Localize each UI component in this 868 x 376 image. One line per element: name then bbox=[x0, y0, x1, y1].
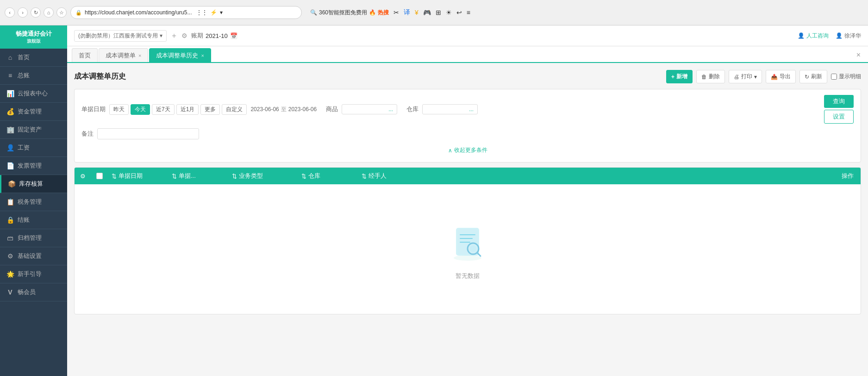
tab-home[interactable]: 首页 bbox=[72, 48, 98, 62]
company-selector[interactable]: (勿删勿禁用）江西服务测试专用 ▾ bbox=[74, 30, 167, 42]
1month-btn[interactable]: 近1月 bbox=[176, 104, 199, 115]
th-doc-no-label: 单据... bbox=[179, 172, 196, 180]
sort-biztype-icon: ⇅ bbox=[232, 173, 237, 180]
today-btn[interactable]: 今天 bbox=[131, 104, 150, 115]
th-actions: 操作 bbox=[842, 172, 861, 180]
product-filter: 商品 ... bbox=[326, 104, 397, 114]
filter-row-1: 单据日期 昨天 今天 近7天 近1月 更多 自定义 2023-06-06 至 bbox=[81, 95, 854, 124]
table-settings-icon[interactable]: ⚙ bbox=[75, 173, 91, 180]
show-detail-checkbox[interactable] bbox=[831, 74, 837, 80]
svg-point-7 bbox=[470, 245, 476, 252]
tab-cost-adjust-history[interactable]: 成本调整单历史 × bbox=[149, 48, 211, 62]
filter-settings-button[interactable]: 设置 bbox=[824, 110, 854, 124]
th-actions-label: 操作 bbox=[842, 172, 854, 179]
forward-button[interactable]: › bbox=[18, 7, 28, 18]
sort-handler-icon: ⇅ bbox=[362, 173, 367, 180]
th-biz-type[interactable]: ⇅ 业务类型 bbox=[228, 172, 298, 180]
tab-cost-adjust[interactable]: 成本调整单 × bbox=[99, 48, 148, 62]
settings-wheel-icon[interactable]: ⚙ bbox=[181, 32, 187, 39]
game-icon: 🎮 bbox=[423, 9, 431, 16]
address-bar[interactable]: 🔒 https://cloud.chanjet.com/accounting/u… bbox=[70, 6, 302, 19]
browser-chrome: ‹ › ↻ ⌂ ☆ 🔒 https://cloud.chanjet.com/ac… bbox=[0, 0, 868, 25]
close-all-button[interactable]: × bbox=[854, 50, 863, 60]
show-detail-checkbox-label[interactable]: 显示明细 bbox=[831, 73, 861, 81]
translate-icon: 译 bbox=[404, 8, 410, 17]
print-icon: 🖨 bbox=[734, 74, 739, 80]
filter-action-buttons: 查询 设置 bbox=[824, 95, 854, 124]
app-wrapper: 畅捷通好会计 旗舰版 ⌂ 首页 ≡ 总账 📊 云报表中心 💰 资金管理 🏢 固定… bbox=[0, 25, 868, 376]
table-select-all-checkbox[interactable] bbox=[91, 173, 108, 179]
search-text: 360智能抠图免费用 bbox=[319, 9, 367, 17]
tabs-bar: 首页 成本调整单 × 成本调整单历史 × × bbox=[67, 46, 868, 63]
product-more-dots: ... bbox=[388, 106, 393, 113]
brightness-icon: ☀ bbox=[446, 9, 452, 16]
add-tab-button[interactable]: ＋ bbox=[170, 31, 178, 41]
sidebar-item-fund[interactable]: 💰 资金管理 bbox=[0, 103, 67, 121]
more-btn[interactable]: 更多 bbox=[200, 104, 220, 115]
sidebar-item-tax[interactable]: 📋 税务管理 bbox=[0, 193, 67, 211]
yesterday-btn[interactable]: 昨天 bbox=[109, 104, 129, 115]
table-header: ⚙ ⇅ 单据日期 ⇅ 单据... ⇅ 业务类型 bbox=[75, 168, 861, 184]
sidebar-label-ledger: 总账 bbox=[18, 71, 30, 80]
tab-cost-adjust-close[interactable]: × bbox=[138, 53, 141, 58]
collapse-button[interactable]: ∧ 收起更多条件 bbox=[81, 144, 854, 157]
th-handler[interactable]: ⇅ 经手人 bbox=[358, 172, 418, 180]
date-filter: 单据日期 昨天 今天 近7天 近1月 更多 自定义 2023-06-06 至 bbox=[81, 104, 317, 115]
th-warehouse[interactable]: ⇅ 仓库 bbox=[298, 172, 358, 180]
date-range: 2023-06-06 至 2023-06-06 bbox=[250, 106, 317, 113]
sidebar-item-member[interactable]: V 畅会员 bbox=[0, 283, 67, 301]
7days-btn[interactable]: 近7天 bbox=[152, 104, 175, 115]
sidebar-item-home[interactable]: ⌂ 首页 bbox=[0, 49, 67, 67]
sidebar-item-invoice[interactable]: 📄 发票管理 bbox=[0, 157, 67, 175]
home-button[interactable]: ⌂ bbox=[44, 7, 54, 18]
th-warehouse-label: 仓库 bbox=[308, 172, 320, 180]
note-input[interactable] bbox=[97, 128, 199, 139]
sidebar-label-archive: 归档管理 bbox=[18, 234, 42, 242]
ssl-icon: 🔒 bbox=[75, 10, 82, 16]
new-button[interactable]: + 新增 bbox=[666, 70, 693, 83]
sidebar-item-guide[interactable]: 🌟 新手引导 bbox=[0, 265, 67, 283]
empty-text: 暂无数据 bbox=[456, 272, 480, 280]
bookmark-button[interactable]: ☆ bbox=[56, 7, 67, 18]
sidebar-item-archive[interactable]: 🗃 归档管理 bbox=[0, 229, 67, 247]
th-doc-no[interactable]: ⇅ 单据... bbox=[168, 172, 228, 180]
user-avatar-icon: 👤 bbox=[836, 32, 843, 39]
collapse-label: 收起更多条件 bbox=[454, 146, 487, 154]
sidebar-item-settings[interactable]: ⚙ 基础设置 bbox=[0, 247, 67, 265]
sidebar-item-close[interactable]: 🔒 结账 bbox=[0, 211, 67, 229]
sidebar-item-inventory[interactable]: 📦 库存核算 bbox=[0, 175, 67, 193]
warehouse-filter-label: 仓库 bbox=[406, 105, 418, 113]
sidebar-label-home: 首页 bbox=[18, 53, 30, 62]
th-date[interactable]: ⇅ 单据日期 bbox=[108, 172, 168, 180]
dropdown-icon: ▾ bbox=[220, 9, 223, 16]
back-button[interactable]: ‹ bbox=[5, 7, 15, 18]
warehouse-more-dots: ... bbox=[469, 106, 474, 113]
custom-btn[interactable]: 自定义 bbox=[222, 104, 247, 115]
calendar-icon[interactable]: 📅 bbox=[230, 32, 237, 39]
user-profile-button[interactable]: 👤 徐泽华 bbox=[836, 32, 861, 40]
sidebar-item-ledger[interactable]: ≡ 总账 bbox=[0, 67, 67, 85]
warehouse-select[interactable]: ... bbox=[422, 104, 478, 114]
refresh-button[interactable]: ↻ bbox=[31, 7, 41, 18]
refresh-button[interactable]: ↻ 刷新 bbox=[799, 70, 827, 83]
tab-cost-adjust-history-close[interactable]: × bbox=[201, 53, 204, 58]
print-label: 打印 bbox=[741, 73, 752, 81]
company-name: (勿删勿禁用）江西服务测试专用 bbox=[78, 32, 158, 40]
product-filter-label: 商品 bbox=[326, 105, 338, 113]
export-button[interactable]: 📤 导出 bbox=[766, 70, 796, 83]
customer-service-button[interactable]: 👤 人工咨询 bbox=[798, 32, 829, 40]
member-icon: V bbox=[6, 288, 14, 296]
query-button[interactable]: 查询 bbox=[824, 95, 854, 108]
sidebar-item-fixed-assets[interactable]: 🏢 固定资产 bbox=[0, 121, 67, 139]
home-icon: ⌂ bbox=[6, 54, 14, 61]
sidebar-item-salary[interactable]: 👤 工资 bbox=[0, 139, 67, 157]
sidebar-item-report[interactable]: 📊 云报表中心 bbox=[0, 85, 67, 103]
note-filter: 备注 bbox=[81, 128, 199, 139]
table-container: ⚙ ⇅ 单据日期 ⇅ 单据... ⇅ 业务类型 bbox=[74, 167, 861, 314]
delete-button[interactable]: 🗑 删除 bbox=[696, 70, 725, 83]
sidebar-label-report: 云报表中心 bbox=[18, 89, 48, 98]
product-select[interactable]: ... bbox=[342, 104, 397, 114]
sort-up-icon: ⇅ bbox=[112, 173, 117, 180]
page-content: 成本调整单历史 + 新增 🗑 删除 🖨 打印 ▾ bbox=[67, 63, 868, 376]
print-button[interactable]: 🖨 打印 ▾ bbox=[729, 70, 762, 83]
